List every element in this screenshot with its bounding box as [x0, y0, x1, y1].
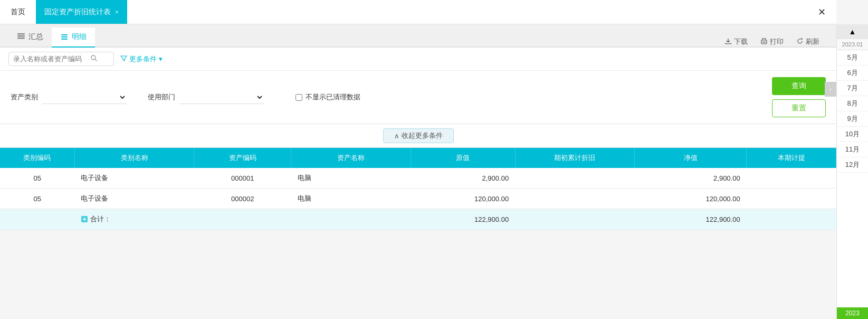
- table-header-row: 类别编码 类别名称 资产编码 资产名称 原值 期初累计折旧 净值 本期计提: [0, 148, 836, 168]
- filter-section: 资产类别 使用部门 不显示已清理数据 查询 重置: [0, 71, 836, 124]
- cell-asset-code-2: 000002: [194, 189, 291, 209]
- cell-current-dep-2: [747, 189, 836, 209]
- chevron-down-icon: ▾: [159, 55, 163, 63]
- tab-summary[interactable]: 汇总: [8, 27, 52, 48]
- subtotal-icon-cell: [0, 209, 74, 230]
- col-category-name: 类别名称: [74, 148, 194, 168]
- hide-cleared-label[interactable]: 不显示已清理数据: [306, 92, 360, 102]
- col-net-value: 净值: [634, 148, 746, 168]
- cell-net-value-1: 2,900.00: [634, 168, 746, 189]
- tab-bar: 汇总 明细 下载: [0, 24, 836, 48]
- month-10[interactable]: 10月: [837, 127, 868, 142]
- subtotal-original-value: 122,900.00: [411, 209, 515, 230]
- month-5[interactable]: 5月: [837, 50, 868, 65]
- month-7[interactable]: 7月: [837, 81, 868, 96]
- subtotal-net-value: 122,900.00: [634, 209, 746, 230]
- cell-category-name-2: 电子设备: [74, 189, 194, 209]
- refresh-icon: [796, 37, 804, 46]
- asset-category-filter: 资产类别: [11, 90, 127, 104]
- search-bar: 更多条件 ▾: [0, 48, 836, 71]
- month-11[interactable]: 11月: [837, 142, 868, 157]
- svg-rect-2: [17, 33, 25, 35]
- collapse-label: 收起更多条件: [402, 131, 443, 140]
- cell-current-dep-1: [747, 168, 836, 189]
- department-select[interactable]: [179, 90, 264, 104]
- main-content: 首页 固定资产折旧统计表 × ✕ 汇总: [0, 0, 836, 230]
- month-8[interactable]: 8月: [837, 96, 868, 111]
- nav-active-tab: 固定资产折旧统计表 ×: [36, 0, 127, 24]
- department-label: 使用部门: [148, 92, 175, 102]
- close-tab-button[interactable]: ×: [115, 8, 119, 16]
- print-button[interactable]: 打印: [760, 37, 784, 46]
- refresh-button[interactable]: 刷新: [796, 37, 819, 46]
- nav-up-arrow[interactable]: ▲: [837, 24, 868, 39]
- tab-detail-label: 明细: [72, 32, 87, 42]
- search-input[interactable]: [13, 55, 87, 63]
- subtotal-current-dep: [747, 209, 836, 230]
- svg-rect-4: [61, 36, 68, 37]
- top-nav: 首页 固定资产折旧统计表 × ✕: [0, 0, 836, 24]
- table-row: 05 电子设备 000001 电脑 2,900.00 2,900.00: [0, 168, 836, 189]
- subtotal-icon-svg: [81, 215, 88, 223]
- svg-rect-7: [762, 42, 766, 43]
- svg-rect-1: [17, 37, 25, 39]
- table-row: 05 电子设备 000002 电脑 120,000.00 120,000.00: [0, 189, 836, 209]
- nav-home[interactable]: 首页: [0, 0, 36, 24]
- filter-actions: 查询 重置: [772, 77, 826, 117]
- svg-rect-3: [61, 34, 68, 35]
- layers-icon: [17, 33, 25, 41]
- year-label[interactable]: 2023: [837, 307, 868, 319]
- cell-original-value-1: 2,900.00: [411, 168, 515, 189]
- cell-category-name-1: 电子设备: [74, 168, 194, 189]
- asset-category-select[interactable]: [42, 90, 127, 104]
- scroll-right-arrow[interactable]: ›: [825, 82, 836, 97]
- reset-button[interactable]: 重置: [772, 99, 826, 117]
- col-asset-name: 资产名称: [291, 148, 411, 168]
- month-12[interactable]: 12月: [837, 157, 868, 173]
- more-conditions-label: 更多条件: [129, 54, 157, 64]
- tab-summary-label: 汇总: [28, 32, 43, 42]
- download-label: 下载: [734, 37, 748, 46]
- more-conditions-button[interactable]: 更多条件 ▾: [120, 54, 163, 64]
- search-input-wrap[interactable]: [8, 52, 114, 66]
- col-category-code: 类别编码: [0, 148, 74, 168]
- query-button[interactable]: 查询: [772, 77, 826, 95]
- svg-rect-0: [17, 35, 25, 37]
- filter-icon: [120, 55, 127, 63]
- cell-accum-dep-1: [515, 168, 634, 189]
- subtotal-accum-dep: [515, 209, 634, 230]
- cell-net-value-2: 120,000.00: [634, 189, 746, 209]
- department-filter: 使用部门: [148, 90, 264, 104]
- cell-asset-name-1: 电脑: [291, 168, 411, 189]
- list-icon: [60, 33, 69, 41]
- chevron-up-icon: ∧: [394, 132, 399, 140]
- subtotal-row: 合计： 122,900.00 122,900.00: [0, 209, 836, 230]
- tab-detail[interactable]: 明细: [52, 27, 95, 48]
- download-button[interactable]: 下载: [724, 37, 748, 46]
- cell-category-code-1: 05: [0, 168, 74, 189]
- cell-asset-name-2: 电脑: [291, 189, 411, 209]
- subtotal-text: 合计：: [90, 214, 111, 224]
- right-sidebar: ▲ 2023.01 5月 6月 7月 8月 9月 10月 11月 12月 202…: [836, 24, 868, 319]
- col-accumulated-depreciation: 期初累计折旧: [515, 148, 634, 168]
- window-close-button[interactable]: ✕: [807, 6, 836, 18]
- collapse-button[interactable]: ∧ 收起更多条件: [383, 128, 454, 143]
- col-current-depreciation: 本期计提: [747, 148, 836, 168]
- cell-category-code-2: 05: [0, 189, 74, 209]
- download-icon: [724, 37, 732, 46]
- cell-accum-dep-2: [515, 189, 634, 209]
- date-nav-header: 2023.01: [837, 39, 868, 50]
- month-6[interactable]: 6月: [837, 65, 868, 81]
- hide-cleared-checkbox[interactable]: [295, 94, 302, 101]
- month-9[interactable]: 9月: [837, 111, 868, 127]
- print-icon: [760, 37, 768, 46]
- refresh-label: 刷新: [806, 37, 819, 46]
- svg-point-8: [91, 55, 96, 60]
- active-tab-label: 固定资产折旧统计表: [44, 7, 111, 17]
- table-wrap: 类别编码 类别名称 资产编码 资产名称 原值 期初累计折旧 净值 本期计提 05…: [0, 148, 836, 230]
- print-label: 打印: [770, 37, 784, 46]
- subtotal-label-wrap: 合计：: [81, 214, 111, 224]
- hide-cleared-group: 不显示已清理数据: [295, 92, 360, 102]
- collapse-bar[interactable]: ∧ 收起更多条件: [0, 124, 836, 148]
- asset-category-label: 资产类别: [11, 92, 38, 102]
